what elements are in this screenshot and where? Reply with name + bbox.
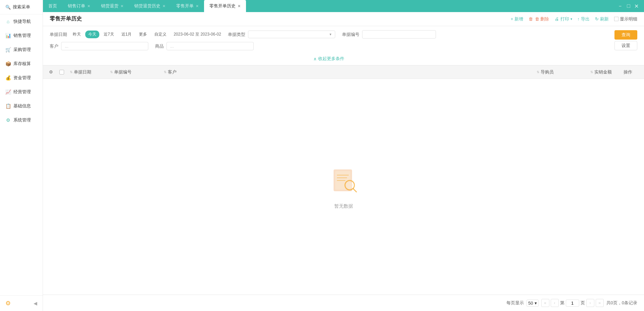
query-button[interactable]: 查询 (614, 30, 637, 40)
product-label: 商品 (155, 43, 164, 49)
inventory-icon: 📦 (5, 61, 11, 66)
action-buttons: 查询 设置 (614, 30, 637, 50)
display-detail-toggle[interactable]: 显示明细 (614, 16, 637, 22)
th-customer[interactable]: ⇅ 客户 (161, 69, 534, 75)
add-button[interactable]: + 新增 (511, 16, 523, 22)
display-label: 显示明细 (620, 16, 637, 22)
sort-icon: ⇅ (590, 70, 593, 74)
basic-info-icon: 📋 (5, 103, 11, 109)
finance-icon: 💰 (5, 75, 11, 81)
tab-retail-open[interactable]: 零售开单 ✕ (171, 0, 204, 12)
delete-button[interactable]: 🗑 🗑 删除 (529, 16, 549, 22)
sidebar-item-inventory[interactable]: 📦 库存核算 (0, 57, 43, 71)
sidebar-item-quick-nav[interactable]: ⌂ 快捷导航 (0, 14, 43, 29)
window-close-btn[interactable]: ✕ (634, 3, 639, 9)
refresh-button[interactable]: ↻ 刷新 (595, 16, 609, 22)
product-placeholder: ... (170, 44, 174, 49)
th-date[interactable]: ⇅ 单据日期 (67, 69, 107, 75)
page-next-btn[interactable]: › (586, 299, 594, 307)
settings-gear-icon[interactable]: ⚙ (5, 300, 11, 307)
table-header: ⚙ ⇅ 单据日期 ⇅ 单据编号 ⇅ 客户 ⇅ 导购员 (43, 65, 644, 79)
table-select-all[interactable] (56, 70, 67, 74)
sidebar-item-purchase-mgmt[interactable]: 🛒 采购管理 (0, 43, 43, 57)
content-body: 零售开单历史 + 新增 🗑 🗑 删除 🖨 打印 ▾ ↑ 导出 ↻ (43, 12, 644, 311)
tab-retail-open-history-close[interactable]: ✕ (238, 4, 241, 8)
sidebar-item-system[interactable]: ⚙ 系统管理 (0, 113, 43, 127)
empty-state: 暂无数据 (43, 79, 644, 295)
page-number-input[interactable] (566, 300, 579, 307)
collapse-more-conditions[interactable]: ∧ 收起更多条件 (50, 54, 608, 62)
operation-icon: 📈 (5, 89, 11, 95)
tab-sales-order[interactable]: 销售订单 ✕ (62, 0, 96, 12)
sidebar-item-label: 资金管理 (13, 75, 31, 81)
tab-retail-open-history-label: 零售开单历史 (209, 3, 236, 9)
customer-placeholder: ... (65, 44, 68, 49)
sidebar-item-label: 经营管理 (13, 89, 31, 95)
main-area: 首页 销售订单 ✕ 销货退货 ✕ 销货退货历史 ✕ 零售开单 ✕ 零售开单历史 … (43, 0, 644, 311)
sidebar-item-label: 销售管理 (13, 33, 31, 39)
per-page-label: 每页显示 (506, 300, 524, 306)
sort-icon: ⇅ (164, 70, 166, 74)
tab-bar: 首页 销售订单 ✕ 销货退货 ✕ 销货退货历史 ✕ 零售开单 ✕ 零售开单历史 … (43, 0, 644, 12)
sidebar-item-label: 系统管理 (13, 117, 31, 123)
sidebar: 🔍 搜索采单 ⌂ 快捷导航 📊 销售管理 🛒 采购管理 📦 库存核算 💰 资金管… (0, 0, 43, 311)
customer-label: 客户 (50, 43, 58, 49)
th-amount-label: 实销金额 (594, 69, 612, 75)
customer-select[interactable]: ... (61, 42, 148, 50)
tab-retail-open-close[interactable]: ✕ (196, 4, 199, 8)
sidebar-item-sales-mgmt[interactable]: 📊 销售管理 (0, 29, 43, 43)
filter-row-2: 客户 ... 商品 ... (50, 42, 608, 50)
page-first-btn[interactable]: « (541, 299, 549, 307)
tab-sales-order-close[interactable]: ✕ (87, 4, 90, 8)
tab-sales-return-label: 销货退货 (101, 3, 118, 9)
product-select[interactable]: ... (166, 42, 254, 50)
docno-input[interactable] (362, 30, 436, 39)
tab-retail-open-history[interactable]: 零售开单历史 ✕ (204, 0, 246, 12)
sidebar-item-operation[interactable]: 📈 经营管理 (0, 85, 43, 99)
th-no[interactable]: ⇅ 单据编号 (107, 69, 161, 75)
purchase-icon: 🛒 (5, 47, 11, 52)
tab-sales-return[interactable]: 销货退货 ✕ (96, 0, 129, 12)
filter-customer-field: 客户 ... (50, 42, 148, 50)
docno-label: 单据编号 (342, 32, 359, 38)
date-btn-more[interactable]: 更多 (136, 31, 150, 38)
sidebar-item-basic-info[interactable]: 📋 基础信息 (0, 99, 43, 113)
delete-icon: 🗑 (529, 16, 533, 21)
filter-settings-button[interactable]: 设置 (614, 41, 637, 50)
sidebar-item-finance[interactable]: 💰 资金管理 (0, 71, 43, 85)
page-last-btn[interactable]: » (596, 299, 604, 307)
date-btn-today[interactable]: 今天 (85, 31, 99, 38)
select-all-checkbox[interactable] (59, 70, 64, 74)
window-minimize-btn[interactable]: － (617, 3, 623, 10)
collapse-sidebar-icon[interactable]: ◀ (34, 301, 37, 306)
doctype-select[interactable]: ▾ (248, 31, 335, 38)
refresh-icon: ↻ (595, 16, 599, 21)
export-button[interactable]: ↑ 导出 (578, 16, 590, 22)
print-button[interactable]: 🖨 打印 ▾ (555, 16, 572, 22)
sidebar-item-label: 快捷导航 (13, 18, 31, 24)
sidebar-search[interactable]: 🔍 搜索采单 (0, 0, 43, 14)
home-icon: ⌂ (5, 19, 11, 24)
sidebar-item-label: 采购管理 (13, 47, 31, 53)
filter-date-field: 单据日期 昨天 今天 近7天 近1月 更多 自定义 2023-06-02 至 2… (50, 31, 221, 38)
export-label: 导出 (581, 16, 590, 22)
page-prev-btn[interactable]: ‹ (551, 299, 559, 307)
th-operation: 操作 (614, 69, 641, 75)
th-salesperson[interactable]: ⇅ 导购员 (534, 69, 574, 75)
date-btn-1month[interactable]: 近1月 (118, 31, 135, 38)
print-label: 打印 (560, 16, 569, 22)
th-amount[interactable]: ⇅ 实销金额 (574, 69, 614, 75)
display-checkbox[interactable] (614, 17, 618, 21)
window-maximize-btn[interactable]: □ (627, 3, 630, 9)
date-btn-7days[interactable]: 近7天 (101, 31, 117, 38)
date-btn-custom[interactable]: 自定义 (151, 31, 169, 38)
per-page-select[interactable]: 50 ▾ (527, 300, 538, 307)
delete-label: 🗑 删除 (535, 16, 549, 22)
date-btn-yesterday[interactable]: 昨天 (70, 31, 84, 38)
table-settings-icon[interactable]: ⚙ (46, 69, 56, 74)
tab-sales-return-close[interactable]: ✕ (120, 4, 123, 8)
page-header: 零售开单历史 + 新增 🗑 🗑 删除 🖨 打印 ▾ ↑ 导出 ↻ (43, 12, 644, 26)
tab-sales-return-history[interactable]: 销货退货历史 ✕ (129, 0, 171, 12)
tab-home[interactable]: 首页 (43, 0, 62, 12)
tab-sales-return-history-close[interactable]: ✕ (162, 4, 165, 8)
